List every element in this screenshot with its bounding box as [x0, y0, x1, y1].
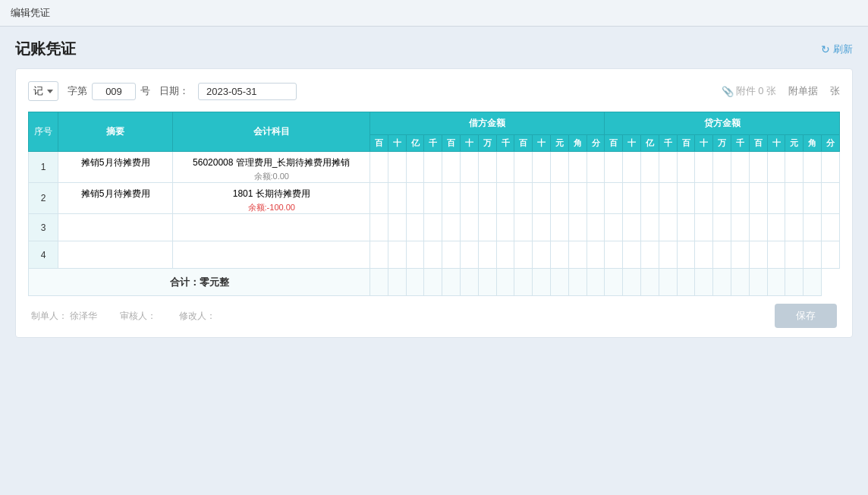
row-0-digit-16[interactable] — [659, 152, 677, 183]
row-2-digit-11[interactable] — [568, 214, 587, 241]
row-3-digit-4[interactable] — [442, 241, 461, 269]
row-2-digit-13[interactable] — [605, 214, 623, 241]
row-1-digit-6[interactable] — [478, 183, 496, 214]
row-1-digit-24[interactable] — [804, 183, 822, 214]
row-3-digit-19[interactable] — [713, 241, 731, 269]
row-2-digit-8[interactable] — [514, 214, 533, 241]
row-1-digit-21[interactable] — [749, 183, 767, 214]
row-3-digit-24[interactable] — [804, 241, 822, 269]
row-1-digit-9[interactable] — [533, 183, 551, 214]
row-0-digit-9[interactable] — [533, 152, 551, 183]
row-0-digit-1[interactable] — [388, 152, 406, 183]
row-2-digit-3[interactable] — [424, 214, 442, 241]
row-3-digit-8[interactable] — [514, 241, 533, 269]
row-1-digit-12[interactable] — [587, 183, 605, 214]
row-0-digit-13[interactable] — [605, 152, 623, 183]
row-3-digit-9[interactable] — [533, 241, 551, 269]
refresh-button[interactable]: ↻ 刷新 — [821, 43, 853, 56]
ji-type-select[interactable]: 记 — [28, 81, 58, 101]
row-1-digit-14[interactable] — [623, 183, 641, 214]
row-3-digit-0[interactable] — [370, 241, 388, 269]
row-summary-0[interactable]: 摊销5月待摊费用 — [58, 152, 172, 183]
row-2-digit-21[interactable] — [749, 214, 767, 241]
row-2-digit-16[interactable] — [659, 214, 677, 241]
row-2-digit-10[interactable] — [551, 214, 569, 241]
row-2-digit-6[interactable] — [478, 214, 496, 241]
row-3-digit-11[interactable] — [568, 241, 587, 269]
row-3-digit-25[interactable] — [822, 241, 840, 269]
row-0-digit-21[interactable] — [749, 152, 767, 183]
row-1-digit-0[interactable] — [370, 183, 388, 214]
attachment-count[interactable]: 📎 附件 0 张 — [722, 84, 776, 98]
row-0-digit-19[interactable] — [713, 152, 731, 183]
row-0-digit-14[interactable] — [623, 152, 641, 183]
row-2-digit-5[interactable] — [461, 214, 479, 241]
row-0-digit-15[interactable] — [641, 152, 659, 183]
row-1-digit-16[interactable] — [659, 183, 677, 214]
row-2-digit-18[interactable] — [695, 214, 713, 241]
row-account-1[interactable]: 1801 长期待摊费用余额:-100.00 — [173, 183, 370, 214]
row-summary-3[interactable] — [58, 241, 172, 269]
row-1-digit-17[interactable] — [677, 183, 695, 214]
row-0-digit-11[interactable] — [568, 152, 587, 183]
row-2-digit-1[interactable] — [388, 214, 406, 241]
row-2-digit-23[interactable] — [785, 214, 804, 241]
row-2-digit-19[interactable] — [713, 214, 731, 241]
row-1-digit-5[interactable] — [461, 183, 479, 214]
row-0-digit-7[interactable] — [496, 152, 514, 183]
save-button[interactable]: 保存 — [775, 304, 837, 328]
voucher-number-input[interactable] — [92, 83, 136, 100]
row-1-digit-7[interactable] — [496, 183, 514, 214]
date-input[interactable] — [198, 83, 297, 100]
row-3-digit-3[interactable] — [424, 241, 442, 269]
row-2-digit-14[interactable] — [623, 214, 641, 241]
row-2-digit-25[interactable] — [822, 214, 840, 241]
row-0-digit-4[interactable] — [442, 152, 461, 183]
row-3-digit-23[interactable] — [785, 241, 804, 269]
row-0-digit-17[interactable] — [677, 152, 695, 183]
row-summary-2[interactable] — [58, 214, 172, 241]
row-3-digit-7[interactable] — [496, 241, 514, 269]
row-0-digit-22[interactable] — [767, 152, 785, 183]
row-account-2[interactable] — [173, 214, 370, 241]
row-2-digit-2[interactable] — [406, 214, 424, 241]
row-account-3[interactable] — [173, 241, 370, 269]
row-1-digit-8[interactable] — [514, 183, 533, 214]
row-0-digit-23[interactable] — [785, 152, 804, 183]
row-1-digit-10[interactable] — [551, 183, 569, 214]
row-3-digit-22[interactable] — [767, 241, 785, 269]
row-2-digit-4[interactable] — [442, 214, 461, 241]
row-3-digit-18[interactable] — [695, 241, 713, 269]
row-3-digit-1[interactable] — [388, 241, 406, 269]
row-1-digit-18[interactable] — [695, 183, 713, 214]
row-1-digit-25[interactable] — [822, 183, 840, 214]
row-summary-1[interactable]: 摊销5月待摊费用 — [58, 183, 172, 214]
row-1-digit-19[interactable] — [713, 183, 731, 214]
row-1-digit-1[interactable] — [388, 183, 406, 214]
row-account-0[interactable]: 56020008 管理费用_长期待摊费用摊销余额:0.00 — [173, 152, 370, 183]
row-0-digit-2[interactable] — [406, 152, 424, 183]
row-0-digit-24[interactable] — [804, 152, 822, 183]
row-3-digit-15[interactable] — [641, 241, 659, 269]
row-1-digit-22[interactable] — [767, 183, 785, 214]
row-2-digit-20[interactable] — [731, 214, 750, 241]
row-0-digit-5[interactable] — [461, 152, 479, 183]
row-1-digit-20[interactable] — [731, 183, 750, 214]
row-3-digit-14[interactable] — [623, 241, 641, 269]
row-2-digit-0[interactable] — [370, 214, 388, 241]
row-3-digit-6[interactable] — [478, 241, 496, 269]
row-2-digit-22[interactable] — [767, 214, 785, 241]
row-0-digit-6[interactable] — [478, 152, 496, 183]
row-1-digit-11[interactable] — [568, 183, 587, 214]
row-1-digit-2[interactable] — [406, 183, 424, 214]
row-2-digit-9[interactable] — [533, 214, 551, 241]
row-1-digit-23[interactable] — [785, 183, 804, 214]
row-3-digit-13[interactable] — [605, 241, 623, 269]
row-0-digit-18[interactable] — [695, 152, 713, 183]
row-2-digit-7[interactable] — [496, 214, 514, 241]
row-0-digit-3[interactable] — [424, 152, 442, 183]
row-2-digit-12[interactable] — [587, 214, 605, 241]
row-3-digit-16[interactable] — [659, 241, 677, 269]
row-3-digit-12[interactable] — [587, 241, 605, 269]
row-3-digit-17[interactable] — [677, 241, 695, 269]
